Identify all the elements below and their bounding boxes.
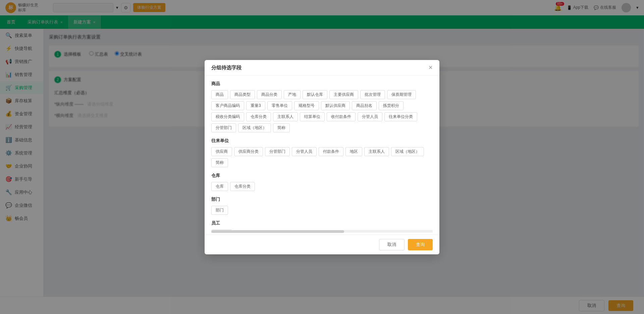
field-chip[interactable]: 分管人员: [358, 112, 382, 121]
field-chip[interactable]: 付款条件: [319, 147, 343, 156]
field-select-modal: 分组待选字段 ✕ 商品商品商品类型商品分类产地默认仓库主要供应商批次管理保质期管…: [205, 60, 439, 254]
field-chip[interactable]: 默认供应商: [321, 101, 350, 110]
field-chip[interactable]: 重量3: [246, 101, 265, 110]
modal-close-button[interactable]: ✕: [428, 65, 433, 70]
field-group-title-仓库: 仓库: [211, 173, 433, 179]
field-group-title-员工: 员工: [211, 220, 433, 226]
field-chip[interactable]: 商品分类: [257, 90, 282, 99]
field-group-部门: 部门部门: [211, 196, 433, 215]
field-chip[interactable]: 商品类型: [230, 90, 255, 99]
field-chips-仓库: 仓库仓库分类: [211, 182, 433, 191]
field-chip[interactable]: 区域（地区）: [391, 147, 424, 156]
field-chip[interactable]: 主联系人: [364, 147, 389, 156]
field-chip[interactable]: 客户商品编码: [211, 101, 244, 110]
modal-title: 分组待选字段: [211, 65, 241, 71]
field-chip[interactable]: 供应商: [211, 147, 232, 156]
field-chip[interactable]: 分管部门: [211, 123, 236, 132]
field-chip[interactable]: 主要供应商: [329, 90, 358, 99]
field-chip[interactable]: 商品别名: [352, 101, 377, 110]
field-chip[interactable]: 商品: [211, 90, 228, 99]
field-chip[interactable]: 供应商分类: [234, 147, 263, 156]
field-chip[interactable]: 简称: [211, 158, 228, 167]
field-chip[interactable]: 零售单位: [267, 101, 292, 110]
field-chip[interactable]: 简称: [273, 123, 290, 132]
field-chip[interactable]: 主联系人: [273, 112, 298, 121]
field-chip[interactable]: 保质期管理: [387, 90, 416, 99]
field-chip[interactable]: 仓库: [211, 182, 228, 191]
field-chip[interactable]: 结算单位: [300, 112, 325, 121]
field-chip[interactable]: 产地: [284, 90, 301, 99]
field-chip[interactable]: 规格型号: [294, 101, 319, 110]
field-chip[interactable]: 仓库分类: [246, 112, 271, 121]
field-chip[interactable]: 税收分类编码: [211, 112, 244, 121]
field-chip[interactable]: 往来单位分类: [384, 112, 417, 121]
field-chip[interactable]: 分管人员: [292, 147, 317, 156]
field-group-title-往来单位: 往来单位: [211, 138, 433, 144]
cancel-button[interactable]: 取消: [379, 239, 405, 250]
field-group-仓库: 仓库仓库仓库分类: [211, 173, 433, 191]
field-chip[interactable]: 收付款条件: [327, 112, 356, 121]
field-chip[interactable]: 分管部门: [265, 147, 290, 156]
field-chip[interactable]: 部门: [211, 206, 228, 215]
modal-footer: 取消 查询: [205, 235, 439, 254]
field-chip[interactable]: 批次管理: [360, 90, 385, 99]
scroll-thumb: [211, 230, 344, 233]
field-chip[interactable]: 默认仓库: [303, 90, 327, 99]
field-group-员工: 员工业务员: [211, 220, 433, 230]
modal-body: 商品商品商品类型商品分类产地默认仓库主要供应商批次管理保质期管理客户商品编码重量…: [205, 75, 439, 230]
field-chips-往来单位: 供应商供应商分类分管部门分管人员付款条件地区主联系人区域（地区）简称: [211, 147, 433, 167]
confirm-button[interactable]: 查询: [408, 239, 433, 250]
field-chip[interactable]: 拣货积分: [379, 101, 404, 110]
modal-overlay[interactable]: 分组待选字段 ✕ 商品商品商品类型商品分类产地默认仓库主要供应商批次管理保质期管…: [0, 0, 644, 314]
field-chips-部门: 部门: [211, 206, 433, 215]
field-chips-商品: 商品商品类型商品分类产地默认仓库主要供应商批次管理保质期管理客户商品编码重量3零…: [211, 90, 433, 132]
modal-header: 分组待选字段 ✕: [205, 60, 439, 75]
field-group-商品: 商品商品商品类型商品分类产地默认仓库主要供应商批次管理保质期管理客户商品编码重量…: [211, 81, 433, 132]
field-chip[interactable]: 地区: [345, 147, 362, 156]
horizontal-scrollbar[interactable]: [211, 230, 433, 232]
field-chip[interactable]: 仓库分类: [230, 182, 255, 191]
field-group-title-部门: 部门: [211, 196, 433, 202]
field-chip[interactable]: 区域（地区）: [238, 123, 271, 132]
field-group-title-商品: 商品: [211, 81, 433, 87]
field-group-往来单位: 往来单位供应商供应商分类分管部门分管人员付款条件地区主联系人区域（地区）简称: [211, 138, 433, 167]
